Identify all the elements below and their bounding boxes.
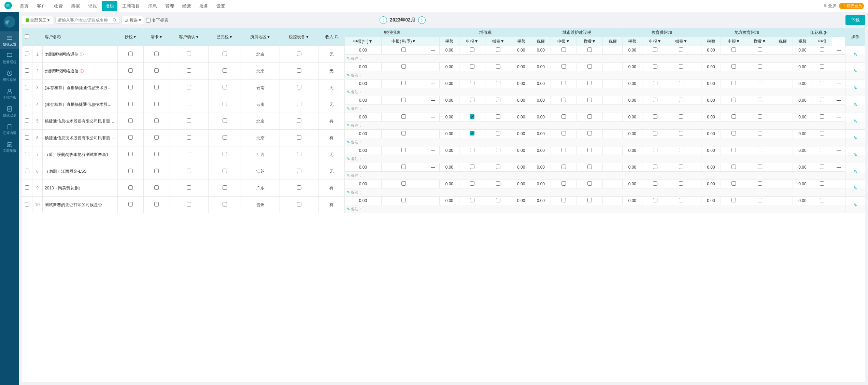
edu-checkbox[interactable]: [679, 165, 683, 169]
urban-cell-1[interactable]: [551, 130, 577, 138]
edu-checkbox[interactable]: [653, 148, 657, 152]
urban-checkbox[interactable]: [561, 98, 566, 102]
clear-card-checkbox[interactable]: [154, 118, 159, 123]
copy-tax-checkbox[interactable]: [128, 118, 133, 123]
local-edu-checkbox[interactable]: [731, 64, 736, 69]
edu-checkbox[interactable]: [679, 131, 683, 136]
local-edu-checkbox[interactable]: [758, 148, 762, 152]
paid-cell[interactable]: [209, 113, 241, 130]
vat-declare-checkbox[interactable]: [470, 131, 474, 136]
vat-cell-1[interactable]: [459, 63, 485, 71]
urban-cell-1[interactable]: [551, 163, 577, 172]
copy-tax-checkbox[interactable]: [128, 169, 133, 173]
pencil-icon[interactable]: ✎: [347, 190, 350, 194]
local-edu-cell-1[interactable]: [721, 96, 747, 105]
fin-year-cell[interactable]: [381, 146, 426, 155]
row-checkbox-cell[interactable]: [22, 146, 32, 163]
vat-declare-checkbox[interactable]: [496, 148, 500, 152]
clear-card-cell[interactable]: [144, 63, 170, 80]
urban-checkbox[interactable]: [561, 181, 566, 186]
customer-name[interactable]: 2013（陶美劳勿删）: [43, 180, 118, 197]
vat-declare-checkbox[interactable]: [496, 198, 500, 202]
pencil-icon[interactable]: ✎: [347, 140, 350, 144]
local-edu-checkbox[interactable]: [731, 148, 736, 152]
vat-declare-checkbox[interactable]: [496, 81, 500, 85]
stamp-declare-checkbox[interactable]: [820, 114, 824, 119]
confirm-cell[interactable]: [170, 80, 209, 96]
device-cell[interactable]: [280, 63, 319, 80]
copy-tax-cell[interactable]: [118, 80, 144, 96]
edu-checkbox[interactable]: [679, 198, 683, 202]
vat-cell-2[interactable]: [485, 146, 511, 155]
urban-checkbox[interactable]: [561, 148, 566, 152]
edit-icon[interactable]: ✎: [853, 102, 857, 107]
local-edu-checkbox[interactable]: [731, 198, 736, 202]
fin-year-cell[interactable]: [381, 130, 426, 138]
edu-cell-1[interactable]: [642, 96, 668, 105]
urban-checkbox[interactable]: [587, 148, 592, 152]
stamp-declare-checkbox[interactable]: [820, 47, 824, 52]
local-edu-cell-2[interactable]: [747, 197, 773, 205]
download-btn[interactable]: 下载: [845, 15, 865, 25]
row-checkbox-cell[interactable]: [22, 180, 32, 197]
urban-checkbox[interactable]: [561, 47, 566, 52]
paid-cell[interactable]: [209, 146, 241, 163]
date-next-btn[interactable]: ›: [418, 16, 426, 24]
vat-cell-1[interactable]: [459, 197, 485, 205]
edu-checkbox[interactable]: [653, 64, 657, 69]
confirm-checkbox[interactable]: [187, 68, 191, 73]
nav-message[interactable]: 消息: [145, 1, 160, 11]
paid-checkbox[interactable]: [223, 202, 227, 206]
row-select-checkbox[interactable]: [25, 152, 29, 156]
vat-declare-checkbox[interactable]: [496, 181, 500, 186]
fin-year-cell[interactable]: [381, 63, 426, 71]
urban-checkbox[interactable]: [587, 131, 592, 136]
urban-checkbox[interactable]: [587, 81, 592, 85]
sidebar-item-personal-tax[interactable]: 个税申报: [0, 85, 19, 102]
customer-name[interactable]: 勿删!新锐网络通信 ⓘ: [43, 46, 118, 63]
stamp-declare-cell[interactable]: [812, 146, 832, 155]
row-select-checkbox[interactable]: [25, 185, 29, 190]
stamp-declare-cell[interactable]: [812, 163, 832, 172]
edu-checkbox[interactable]: [679, 114, 683, 119]
customer-name[interactable]: 勿删!新锐网络通信 ⓘ: [43, 63, 118, 80]
confirm-cell[interactable]: [170, 46, 209, 63]
fin-year-cell[interactable]: [381, 163, 426, 172]
nav-settings[interactable]: 设置: [213, 1, 229, 11]
vat-declare-checkbox[interactable]: [496, 165, 500, 169]
device-cell[interactable]: [280, 163, 319, 180]
stamp-declare-cell[interactable]: [812, 180, 832, 188]
edit-icon[interactable]: ✎: [853, 152, 857, 157]
edu-checkbox[interactable]: [653, 131, 657, 136]
pencil-icon[interactable]: ✎: [347, 73, 350, 77]
local-edu-checkbox[interactable]: [731, 98, 736, 102]
vat-declare-checkbox[interactable]: [470, 98, 474, 102]
edu-cell-1[interactable]: [642, 130, 668, 138]
stamp-declare-cell[interactable]: [812, 130, 832, 138]
local-edu-cell-1[interactable]: [721, 80, 747, 88]
local-edu-cell-1[interactable]: [721, 46, 747, 55]
clear-card-checkbox[interactable]: [154, 102, 159, 106]
edu-checkbox[interactable]: [653, 198, 657, 202]
stamp-declare-checkbox[interactable]: [820, 64, 824, 69]
confirm-cell[interactable]: [170, 197, 209, 213]
copy-tax-checkbox[interactable]: [128, 152, 133, 156]
stamp-declare-cell[interactable]: [812, 96, 832, 105]
urban-cell-1[interactable]: [551, 80, 577, 88]
fin-year-checkbox[interactable]: [401, 114, 406, 119]
pencil-icon[interactable]: ✎: [347, 123, 350, 127]
paid-checkbox[interactable]: [223, 102, 227, 106]
edu-checkbox[interactable]: [653, 47, 657, 52]
fin-year-checkbox[interactable]: [401, 181, 406, 186]
local-edu-cell-2[interactable]: [747, 63, 773, 71]
tax-table-wrapper[interactable]: 客户名称 抄税▼ 清卡▼ 客户确认▼ 已完税▼ 所属地区▼ 税控设备▼ 收入 C…: [22, 28, 865, 382]
vat-cell-1[interactable]: [459, 46, 485, 55]
confirm-cell[interactable]: [170, 113, 209, 130]
urban-cell-1[interactable]: [551, 96, 577, 105]
fin-year-cell[interactable]: [381, 96, 426, 105]
clear-card-checkbox[interactable]: [154, 202, 159, 206]
clear-card-cell[interactable]: [144, 80, 170, 96]
local-edu-cell-2[interactable]: [747, 146, 773, 155]
edu-checkbox[interactable]: [679, 47, 683, 52]
local-edu-checkbox[interactable]: [758, 47, 762, 52]
